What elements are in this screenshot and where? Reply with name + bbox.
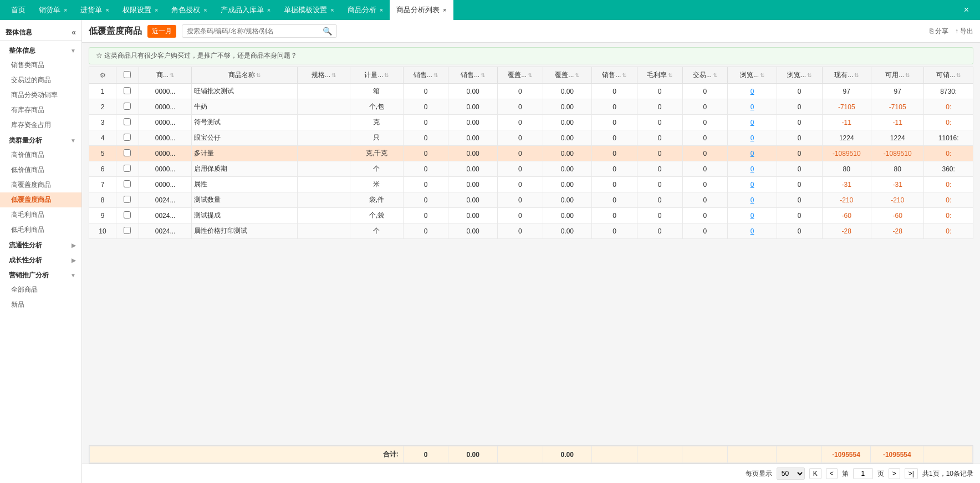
cell-browse1[interactable]: 0 [728,146,777,161]
sidebar-item-low-margin[interactable]: 低毛利商品 [0,222,81,237]
col-header-sellable[interactable]: 可销...⇅ [924,67,973,84]
sidebar-section-circulation[interactable]: 流通性分析 ▶ [0,237,81,252]
page-size-select[interactable]: 50 100 200 [777,467,805,480]
col-header-check[interactable] [116,67,139,84]
sidebar-section-marketing[interactable]: 营销推广分析 ▼ [0,267,81,282]
nav-sales-order[interactable]: 销货单 × [32,0,74,20]
cell-check[interactable] [116,115,139,130]
cell-sales-qty: 0 [403,192,448,208]
prev-page-button[interactable]: < [826,468,838,479]
sidebar-item-high-margin[interactable]: 高毛利商品 [0,207,81,222]
cell-browse1[interactable]: 0 [728,208,777,223]
row-checkbox[interactable] [124,165,131,172]
row-checkbox[interactable] [124,211,131,218]
sidebar-item-traded-goods[interactable]: 交易过的商品 [0,73,81,88]
cell-check[interactable] [116,177,139,192]
cell-browse1[interactable]: 0 [728,115,777,130]
nav-close-analysis[interactable]: × [380,0,383,20]
sidebar-item-stock-capital[interactable]: 库存资金占用 [0,118,81,133]
sidebar-collapse-btn[interactable]: « [69,27,78,38]
cell-check[interactable] [116,192,139,208]
col-header-current[interactable]: 现有...⇅ [822,67,871,84]
nav-product-analysis-list[interactable]: 商品分析列表 × [390,0,453,20]
cell-check[interactable] [116,84,139,99]
nav-close-product-entry[interactable]: × [267,0,270,20]
col-header-name[interactable]: 商品名称⇅ [192,67,298,84]
cell-check[interactable] [116,99,139,115]
nav-roles[interactable]: 角色授权 × [165,0,213,20]
row-checkbox[interactable] [124,87,131,94]
col-header-trans[interactable]: 交易...⇅ [682,67,728,84]
col-header-settings[interactable]: ⚙ [89,67,116,84]
search-input[interactable] [187,27,320,35]
col-header-cover1[interactable]: 覆盖...⇅ [497,67,543,84]
col-header-browse1[interactable]: 浏览...⇅ [728,67,777,84]
cell-check[interactable] [116,208,139,223]
next-page-button[interactable]: > [889,468,900,479]
cell-browse1[interactable]: 0 [728,99,777,115]
cell-browse1[interactable]: 0 [728,161,777,177]
nav-close-template[interactable]: × [330,0,334,20]
sidebar-section-cluster[interactable]: 类群量分析 ▼ [0,133,81,148]
col-header-available[interactable]: 可用...⇅ [871,67,924,84]
row-checkbox[interactable] [124,180,131,187]
cell-check[interactable] [116,161,139,177]
row-checkbox[interactable] [124,196,131,203]
nav-permissions[interactable]: 权限设置 × [116,0,165,20]
cell-browse1[interactable]: 0 [728,84,777,99]
nav-close-sales[interactable]: × [64,0,67,20]
row-checkbox[interactable] [124,103,131,110]
sidebar-item-new-goods[interactable]: 新品 [0,297,81,312]
last-page-button[interactable]: >| [905,468,918,479]
sidebar-item-in-stock[interactable]: 有库存商品 [0,103,81,118]
cell-check[interactable] [116,130,139,146]
page-number-input[interactable] [853,468,873,479]
nav-product-analysis[interactable]: 商品分析 × [341,0,390,20]
search-icon[interactable]: 🔍 [323,27,332,35]
export-button[interactable]: ↑ 导出 [955,27,973,36]
cell-browse1[interactable]: 0 [728,177,777,192]
sidebar-item-high-value[interactable]: 高价值商品 [0,148,81,162]
sidebar-section-growth[interactable]: 成长性分析 ▶ [0,252,81,267]
cell-browse1[interactable]: 0 [728,223,777,239]
col-header-code[interactable]: 商...⇅ [139,67,191,84]
nav-close-permissions[interactable]: × [155,0,158,20]
sidebar-section-overall[interactable]: 整体信息 ▼ [0,43,81,58]
sidebar-item-sales-goods[interactable]: 销售类商品 [0,58,81,73]
nav-close-roles[interactable]: × [203,0,207,20]
row-checkbox[interactable] [124,149,131,156]
col-header-sales-amt[interactable]: 销售...⇅ [448,67,498,84]
nav-close-analysis-list[interactable]: × [443,0,446,20]
nav-product-entry[interactable]: 产成品入库单 × [214,0,277,20]
date-filter-button[interactable]: 近一月 [147,25,176,38]
col-header-spec[interactable]: 规格...⇅ [297,67,350,84]
cell-check[interactable] [116,223,139,239]
nav-close-all[interactable]: × [957,5,976,15]
first-page-button[interactable]: K [809,468,821,479]
col-header-sales2[interactable]: 销售...⇅ [592,67,637,84]
info-banner: ☆ 这类商品只有很少客户购买过，是推广不够，还是商品本身问题？ [89,47,973,64]
cell-current: 80 [822,161,871,177]
sidebar-item-high-coverage[interactable]: 高覆盖度商品 [0,177,81,192]
row-checkbox[interactable] [124,134,131,141]
cell-browse1[interactable]: 0 [728,192,777,208]
nav-home[interactable]: 首页 [4,0,32,20]
sidebar-item-category-rate[interactable]: 商品分类动销率 [0,88,81,103]
row-checkbox[interactable] [124,118,131,125]
sidebar-item-all-goods[interactable]: 全部商品 [0,282,81,297]
nav-template-settings[interactable]: 单据模板设置 × [277,0,340,20]
nav-close-purchase[interactable]: × [105,0,109,20]
col-header-gross[interactable]: 毛利率⇅ [637,67,682,84]
cell-browse1[interactable]: 0 [728,130,777,146]
select-all-checkbox[interactable] [124,71,131,78]
col-header-cover2[interactable]: 覆盖...⇅ [543,67,592,84]
cell-check[interactable] [116,146,139,161]
col-header-sales-qty[interactable]: 销售...⇅ [403,67,448,84]
share-button[interactable]: ⎘ 分享 [930,27,948,36]
col-header-unit[interactable]: 计量...⇅ [350,67,403,84]
sidebar-item-low-value[interactable]: 低价值商品 [0,162,81,177]
row-checkbox[interactable] [124,227,131,234]
col-header-browse2[interactable]: 浏览...⇅ [777,67,822,84]
sidebar-item-low-coverage[interactable]: 低覆盖度商品 [0,192,81,207]
nav-purchase-order[interactable]: 进货单 × [74,0,115,20]
